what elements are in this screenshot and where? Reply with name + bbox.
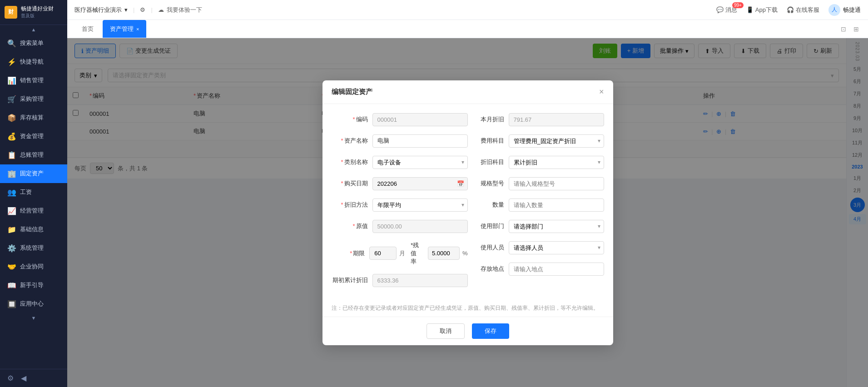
- quantity-input[interactable]: [509, 198, 604, 212]
- sidebar-item-label: 固定资产: [20, 169, 44, 178]
- username: 畅捷通: [843, 6, 861, 14]
- cloud-icon: ☁: [158, 6, 164, 13]
- dep-method-label: *折旧方法: [332, 201, 372, 209]
- inventory-icon: 📦: [7, 114, 15, 122]
- sidebar-item-search[interactable]: 🔍 搜索菜单: [0, 34, 67, 53]
- settings-icon[interactable]: ⚙: [7, 374, 14, 382]
- sidebar-item-ledger[interactable]: 📋 总账管理: [0, 146, 67, 164]
- original-value-input[interactable]: [372, 220, 468, 233]
- mobile-icon: 📱: [746, 6, 754, 13]
- tab-close-icon[interactable]: ×: [136, 26, 139, 32]
- spec-label: 规格型号: [468, 179, 509, 188]
- dialog-close-btn[interactable]: ×: [599, 88, 604, 96]
- company-selector[interactable]: 医疗器械行业演示 ▾: [74, 6, 128, 14]
- dep-subject-select[interactable]: 累计折旧: [509, 156, 604, 169]
- scroll-down-btn[interactable]: ▼: [0, 313, 67, 322]
- form-row-expense-subject: 费用科目 管理费用_固定资产折旧 ▾: [468, 134, 604, 148]
- monthly-dep-input[interactable]: [509, 113, 604, 126]
- sidebar-item-guide[interactable]: 📖 新手引导: [0, 276, 67, 295]
- use-dept-select[interactable]: 请选择部门: [509, 220, 604, 233]
- calendar-icon: 📅: [457, 180, 464, 187]
- collapse-icon[interactable]: ◀: [21, 374, 26, 382]
- expand-btn[interactable]: ⊡: [839, 24, 848, 35]
- edit-asset-dialog: 编辑固定资产 × *编码: [322, 80, 613, 345]
- tabs-bar: 首页 资产管理 × ⊡ ⊞: [67, 20, 868, 38]
- sidebar-item-base[interactable]: 📁 基础信息: [0, 220, 67, 239]
- form-row-spec: 规格型号: [468, 177, 604, 190]
- quantity-label: 数量: [468, 201, 509, 209]
- period-input[interactable]: [369, 247, 397, 260]
- notification-btn[interactable]: 💬 消息 99+: [716, 6, 737, 14]
- name-label: *资产名称: [332, 137, 372, 145]
- scroll-up-btn[interactable]: ▲: [0, 25, 67, 34]
- use-person-select[interactable]: 请选择人员: [509, 241, 604, 254]
- tab-assets[interactable]: 资产管理 ×: [103, 20, 146, 38]
- initial-dep-label: 期初累计折旧: [332, 276, 372, 284]
- logo-text: 畅捷通好业财: [21, 5, 54, 13]
- settings-btn[interactable]: ⚙: [140, 6, 145, 13]
- sidebar-item-label: 基础信息: [20, 225, 44, 233]
- dialog-overlay: 编辑固定资产 × *编码: [67, 38, 868, 387]
- sidebar-item-label: 企业协同: [20, 263, 44, 271]
- sidebar-item-ops[interactable]: 📈 经营管理: [0, 202, 67, 220]
- form-row-name: *资产名称: [332, 134, 468, 148]
- tab-home[interactable]: 首页: [74, 20, 101, 38]
- sales-icon: 📊: [7, 76, 15, 85]
- fund-icon: 💰: [7, 132, 15, 141]
- dep-method-select[interactable]: 年限平均: [372, 198, 468, 212]
- guide-icon: 📖: [7, 281, 15, 290]
- ops-icon: 📈: [7, 207, 15, 215]
- expense-subject-select[interactable]: 管理费用_固定资产折旧: [509, 134, 604, 148]
- company-name: 医疗器械行业演示: [74, 6, 122, 14]
- code-label: *编码: [332, 115, 372, 124]
- service-icon: 🎧: [787, 6, 794, 13]
- purchase-date-input[interactable]: [372, 177, 468, 190]
- user-avatar[interactable]: 人 畅捷通: [828, 4, 861, 16]
- asset-name-input[interactable]: [372, 134, 468, 148]
- form-row-location: 存放地点: [468, 263, 604, 276]
- main-content: 医疗器械行业演示 ▾ | ⚙ | ☁ 我要体验一下 💬 消息 99+ 📱 App…: [67, 0, 868, 387]
- form-row-category: *类别名称 电子设备 ▾: [332, 156, 468, 169]
- category-select[interactable]: 电子设备: [372, 156, 468, 169]
- sidebar-item-sales[interactable]: 📊 销售管理: [0, 71, 67, 90]
- bell-icon: 💬: [716, 6, 724, 13]
- sidebar-item-wages[interactable]: 👥 工资: [0, 183, 67, 202]
- location-label: 存放地点: [468, 265, 509, 273]
- form-row-dep-method: *折旧方法 年限平均 ▾: [332, 198, 468, 212]
- dialog-body: *编码 *资产名称: [322, 104, 613, 304]
- form-row-monthly-dep: 本月折旧: [468, 113, 604, 126]
- search-icon: 🔍: [7, 39, 15, 48]
- sidebar-item-label: 系统管理: [20, 244, 44, 252]
- form-row-use-person: 使用人员 请选择人员 ▾: [468, 241, 604, 254]
- dialog-header: 编辑固定资产 ×: [322, 80, 613, 104]
- sidebar-item-appcenter[interactable]: 🔲 应用中心: [0, 295, 67, 313]
- residual-rate-input[interactable]: [428, 247, 460, 260]
- sidebar-item-enterprise[interactable]: 🤝 企业协同: [0, 258, 67, 276]
- initial-dep-input[interactable]: [372, 274, 468, 287]
- spec-input[interactable]: [509, 177, 604, 190]
- sidebar-item-system[interactable]: ⚙️ 系统管理: [0, 239, 67, 258]
- trial-btn[interactable]: ☁ 我要体验一下: [158, 6, 202, 14]
- assets-icon: 🏢: [7, 169, 15, 178]
- enterprise-icon: 🤝: [7, 263, 15, 271]
- sidebar-item-fund[interactable]: 💰 资金管理: [0, 127, 67, 146]
- fullscreen-btn[interactable]: ⊞: [852, 24, 861, 35]
- app-download-btn[interactable]: 📱 App下载: [746, 6, 778, 14]
- code-input[interactable]: [372, 113, 468, 126]
- online-service-btn[interactable]: 🎧 在线客服: [787, 6, 819, 14]
- sidebar-item-purchase[interactable]: 🛒 采购管理: [0, 90, 67, 109]
- content-area: ℹ 资产明细 📄 变更生成凭证 刘账 + 新增 批量操作 ▾: [67, 38, 868, 387]
- dialog-note: 注：已经存在变更记录或者对应固定资产已经生成凭证，原值、购买日期、残值率、累计折…: [322, 304, 613, 317]
- cancel-button[interactable]: 取消: [427, 323, 465, 339]
- sidebar-item-quicknav[interactable]: ⚡ 快捷导航: [0, 53, 67, 71]
- save-button[interactable]: 保存: [472, 323, 509, 339]
- ledger-icon: 📋: [7, 151, 15, 159]
- topbar-divider: |: [133, 6, 134, 13]
- location-input[interactable]: [509, 263, 604, 276]
- sidebar-item-label: 搜索菜单: [20, 39, 44, 47]
- form-row-date: *购买日期 📅: [332, 177, 468, 190]
- sidebar-item-label: 新手引导: [20, 281, 44, 289]
- sidebar-item-label: 采购管理: [20, 95, 44, 103]
- sidebar-item-inventory[interactable]: 📦 库存核算: [0, 109, 67, 127]
- sidebar-item-assets[interactable]: 🏢 固定资产: [0, 164, 67, 183]
